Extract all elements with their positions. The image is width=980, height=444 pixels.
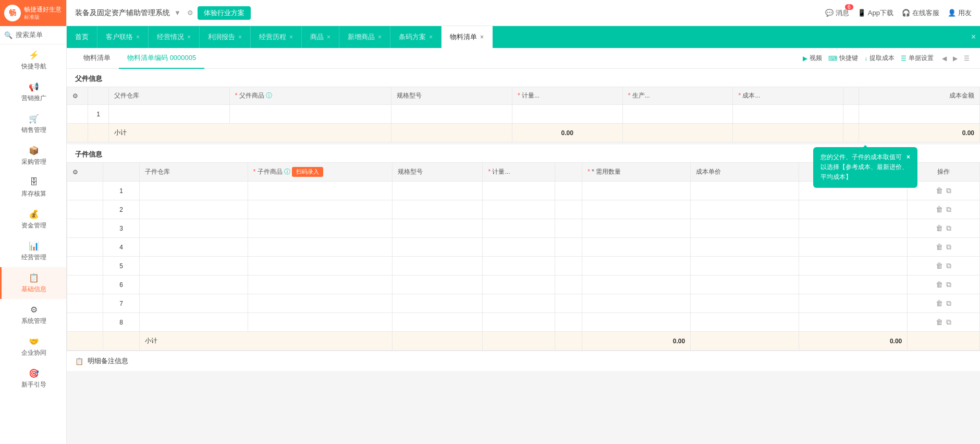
dropdown-arrow[interactable]: ▼ <box>174 9 181 17</box>
child-row6-product[interactable] <box>248 275 392 294</box>
app-download-action[interactable]: 📱 App下载 <box>858 8 893 18</box>
child-row5-qty[interactable] <box>582 257 691 275</box>
messages-action[interactable]: 💬 消息 6 <box>825 8 849 18</box>
child-row5-spec[interactable] <box>393 257 483 275</box>
child-row1-product[interactable] <box>248 182 392 200</box>
child-row1-unit[interactable] <box>483 182 555 200</box>
delete-icon-5[interactable]: 🗑 <box>936 261 943 270</box>
copy-icon-3[interactable]: ⧉ <box>946 224 951 233</box>
delete-icon-2[interactable]: 🗑 <box>936 205 943 214</box>
child-row2-spec[interactable] <box>393 200 483 219</box>
tab-goods[interactable]: 商品 × <box>302 26 339 48</box>
child-row7-qty[interactable] <box>582 294 691 313</box>
child-row6-qty[interactable] <box>582 275 691 294</box>
child-row1-unit-cost[interactable] <box>691 182 799 200</box>
sidebar-item-basic[interactable]: 📋 基础信息 <box>0 267 66 299</box>
parent-row1-prod[interactable] <box>622 105 733 124</box>
child-row6-unit-cost[interactable] <box>691 275 799 294</box>
copy-icon-5[interactable]: ⧉ <box>946 261 951 270</box>
copy-icon-7[interactable]: ⧉ <box>946 299 951 308</box>
child-row5-unit-cost[interactable] <box>691 257 799 275</box>
parent-row1-warehouse[interactable] <box>109 105 230 124</box>
child-row4-unit[interactable] <box>483 238 555 257</box>
child-row6-unit[interactable] <box>483 275 555 294</box>
child-row3-qty[interactable] <box>582 219 691 238</box>
child-row1-qty[interactable] <box>582 182 691 200</box>
delete-icon-8[interactable]: 🗑 <box>936 318 943 327</box>
prev-arrow[interactable]: ◀ <box>940 54 949 63</box>
child-row3-unit[interactable] <box>483 219 555 238</box>
delete-icon-1[interactable]: 🗑 <box>936 186 943 195</box>
experience-button[interactable]: 体验行业方案 <box>198 6 251 20</box>
search-menu-item[interactable]: 🔍 搜索菜单 <box>0 26 66 44</box>
child-row4-spec[interactable] <box>393 238 483 257</box>
child-row5-product[interactable] <box>248 257 392 275</box>
child-row1-spec[interactable] <box>393 182 483 200</box>
sidebar-item-sales[interactable]: 🛒 销售管理 <box>0 108 66 140</box>
delete-icon-3[interactable]: 🗑 <box>936 224 943 233</box>
child-row8-qty[interactable] <box>582 313 691 332</box>
child-row5-unit[interactable] <box>483 257 555 275</box>
child-row2-unit[interactable] <box>483 200 555 219</box>
child-row7-warehouse[interactable] <box>139 294 248 313</box>
scan-input-button[interactable]: 扫码录入 <box>292 167 323 177</box>
user-action[interactable]: 👤 用友 <box>948 8 972 18</box>
child-row1-warehouse[interactable] <box>139 182 248 200</box>
sidebar-item-operations[interactable]: 📊 经营管理 <box>0 235 66 267</box>
parent-row1-product[interactable] <box>229 105 391 124</box>
child-row2-product[interactable] <box>248 200 392 219</box>
child-row4-unit-cost[interactable] <box>691 238 799 257</box>
tab-barcode[interactable]: 条码方案 × <box>390 26 442 48</box>
tab-customer[interactable]: 客户联络 × <box>97 26 149 48</box>
sidebar-item-finance[interactable]: 💰 资金管理 <box>0 203 66 235</box>
tooltip-close-button[interactable]: × <box>906 152 910 162</box>
parent-row1-spec[interactable] <box>391 105 512 124</box>
tab-new-goods[interactable]: 新增商品 × <box>339 26 390 48</box>
sidebar-item-guide[interactable]: 🎯 新手引导 <box>0 363 66 394</box>
tab-home[interactable]: 首页 <box>67 26 97 48</box>
child-row8-unit-cost[interactable] <box>691 313 799 332</box>
child-row4-product[interactable] <box>248 238 392 257</box>
th-parent-settings[interactable]: ⚙ <box>67 87 88 105</box>
child-row4-qty[interactable] <box>582 238 691 257</box>
doc-settings-action[interactable]: ☰ 单据设置 <box>901 54 934 63</box>
child-row8-product[interactable] <box>248 313 392 332</box>
copy-icon-4[interactable]: ⧉ <box>946 243 951 251</box>
parent-product-info-icon[interactable]: ⓘ <box>266 92 272 99</box>
sidebar-item-quick[interactable]: ⚡ 快捷导航 <box>0 44 66 76</box>
child-row2-unit-cost[interactable] <box>691 200 799 219</box>
tab-close-new-goods[interactable]: × <box>378 33 382 41</box>
sidebar-item-inventory[interactable]: 🗄 库存核算 <box>0 172 66 203</box>
next-arrow[interactable]: ▶ <box>951 54 960 63</box>
settings-icon[interactable]: ⚙ <box>187 9 193 17</box>
tab-close-history[interactable]: × <box>289 33 293 41</box>
sub-tab-bom-list[interactable]: 物料清单 <box>75 48 119 69</box>
child-row4-warehouse[interactable] <box>139 238 248 257</box>
child-row7-unit[interactable] <box>483 294 555 313</box>
child-row3-unit-cost[interactable] <box>691 219 799 238</box>
tab-history[interactable]: 经营历程 × <box>251 26 302 48</box>
delete-icon-6[interactable]: 🗑 <box>936 280 943 289</box>
child-row6-warehouse[interactable] <box>139 275 248 294</box>
tab-profit[interactable]: 利润报告 × <box>200 26 251 48</box>
child-row7-spec[interactable] <box>393 294 483 313</box>
delete-icon-4[interactable]: 🗑 <box>936 243 943 251</box>
parent-row1-unit[interactable] <box>512 105 622 124</box>
sub-tab-bom-code[interactable]: 物料清单编码 0000005 <box>119 48 204 69</box>
tab-close-bom[interactable]: × <box>480 33 484 41</box>
shortcut-action[interactable]: ⌨ 快捷键 <box>828 54 858 63</box>
sidebar-item-collab[interactable]: 🤝 企业协同 <box>0 331 66 363</box>
child-row3-product[interactable] <box>248 219 392 238</box>
child-row6-spec[interactable] <box>393 275 483 294</box>
child-row3-spec[interactable] <box>393 219 483 238</box>
tab-close-barcode[interactable]: × <box>429 33 433 41</box>
copy-icon-8[interactable]: ⧉ <box>946 318 951 327</box>
sidebar-item-purchase[interactable]: 📦 采购管理 <box>0 140 66 172</box>
child-row7-product[interactable] <box>248 294 392 313</box>
tab-close-profit[interactable]: × <box>238 33 242 41</box>
child-row5-warehouse[interactable] <box>139 257 248 275</box>
child-row2-warehouse[interactable] <box>139 200 248 219</box>
tab-close-customer[interactable]: × <box>136 33 140 41</box>
delete-icon-7[interactable]: 🗑 <box>936 299 943 308</box>
copy-icon-1[interactable]: ⧉ <box>946 186 951 195</box>
